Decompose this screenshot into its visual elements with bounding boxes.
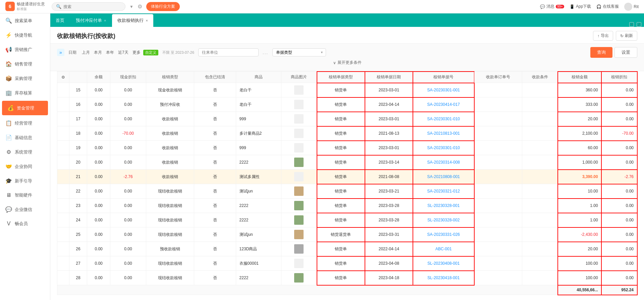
date-btn-more[interactable]: 更多 [131,49,142,56]
td-included-settled: 否 [194,242,236,256]
online-service-btn[interactable]: 🎧 在线客服 [596,4,619,9]
table-row[interactable]: 19 0.00 0.00 收款核销 否 999 销货单 2023-03-01 S… [57,141,637,155]
td-verify-doc-no[interactable]: SA-20210813-001 [413,126,474,141]
td-balance: 0.00 [87,83,110,97]
app-download-btn[interactable]: 📱 App下载 [570,4,591,9]
td-gear [57,112,69,126]
user-menu[interactable]: Rit [624,3,639,11]
col-verify-doc-date: 核销单据日期 [365,72,413,83]
td-goods: 999 [236,112,281,126]
table-row[interactable]: 23 0.00 0.00 现结收款核销 否 2222 销货单 2023-03-2… [57,199,637,213]
date-btn-this-month[interactable]: 本月 [93,49,103,56]
td-verify-amount: 1.00 [558,213,601,227]
sidebar-item-basic[interactable]: 📄 基础信息 [0,130,50,145]
table-row[interactable]: 28 0.00 0.00 现结收款核销 否 2222 销货单 2023-04-1… [57,271,637,285]
td-cash-discount: 0.00 [110,242,146,256]
tab-prepay-close[interactable]: × [104,18,106,23]
td-seq: 19 [69,141,87,155]
td-verify-doc-no[interactable]: SA-20230301-010 [413,141,474,155]
table-row[interactable]: 20 0.00 0.00 收款核销 否 2222 销货单 2023-03-14 … [57,155,637,170]
table-row[interactable]: 21 0.00 -2.76 收款核销 否 测试多属性 销货单 2021-08-0… [57,170,637,184]
table-row[interactable]: 16 0.00 0.00 预付冲应收 否 老白干 销货单 2023-04-14 … [57,97,637,112]
td-receipt-order-no [474,227,522,242]
export-btn[interactable]: ↑ 导出 [593,31,613,41]
sidebar-item-marketing[interactable]: 📢 营销推广 [0,42,50,57]
maximize-btn[interactable]: ⤢ [637,22,641,27]
footer-verify-amount: 40,556,66... [558,285,601,295]
td-verify-discount: 0.00 [601,97,637,112]
td-verify-doc-no[interactable]: SA-20230301-001 [413,83,474,97]
page-content: 收款核销执行(按收款) ↑ 导出 ↻ 刷新 » 日期 [50,27,644,300]
sidebar-item-finance[interactable]: 💰 资金管理 [2,101,48,115]
td-gear [57,97,69,112]
sidebar-item-wechat[interactable]: 💬 企业微信 [0,202,50,217]
expand-more-btn[interactable]: ∨ 展开更多条件 [57,58,637,68]
td-verify-doc-no[interactable]: SL-20230408-001 [413,256,474,271]
col-verify-amount: 核销金额 [558,72,601,83]
td-goods: 测试多属性 [236,170,281,184]
table-row[interactable]: 22 0.00 0.00 现结收款核销 否 测试jun 销货单 2023-03-… [57,184,637,199]
td-verify-doc-no[interactable]: SA-20230314-008 [413,155,474,170]
sidebar-item-hardware[interactable]: 🖥 智能硬件 [0,188,50,202]
table-row[interactable]: 27 0.00 0.00 现结收款核销 否 衣服00001 销货单 2023-0… [57,256,637,271]
td-verify-doc-no[interactable]: SL-20230418-001 [413,271,474,285]
td-verify-doc-no[interactable]: SA-20230331-026 [413,227,474,242]
td-verify-doc-date: 2021-08-13 [365,126,413,141]
filter-expand-btn[interactable]: » [57,49,64,56]
dropdown-arrow[interactable]: ▼ [129,4,133,9]
sidebar-item-purchase[interactable]: 📦 采购管理 [0,71,50,86]
table-container[interactable]: ⚙ 余额 现金折扣 核销类型 包含已结清 商品 商品图片 核销单据类型 核销单据… [50,71,644,300]
table-row[interactable]: 18 0.00 -70.00 收款核销 否 多计量商品2 销货单 2021-08… [57,126,637,141]
sidebar-item-member[interactable]: V 畅会员 [0,217,50,231]
table-row[interactable]: 15 0.00 0.00 现金收款核销 否 老白干 销货单 2023-03-01… [57,83,637,97]
receipt-type-select[interactable]: 单据类型 [272,48,326,56]
table-row[interactable]: 17 0.00 0.00 收款核销 否 999 销货单 2023-03-01 S… [57,112,637,126]
date-custom-badge[interactable]: 自定义 [143,50,158,55]
search-input[interactable] [63,4,114,9]
date-btn-this-year[interactable]: 本年 [105,49,115,56]
search-btn[interactable]: 查询 [590,47,612,58]
td-goods-img [281,242,317,256]
tab-prepay[interactable]: 预付冲应付单 × [70,14,111,27]
tab-receipt-verify-close[interactable]: × [146,18,148,23]
table-row[interactable]: 26 0.00 0.00 预收款核销 否 123D商品 销货单 2022-04-… [57,242,637,256]
settings-icon[interactable]: ⚙ [138,3,142,10]
sidebar-item-system[interactable]: ⚙ 系统管理 [0,145,50,159]
td-verify-doc-no[interactable]: SA-20230301-010 [413,112,474,126]
from-unit-input[interactable] [198,48,259,56]
search-bar[interactable]: 🔍 [52,2,125,11]
td-verify-doc-no[interactable]: SA-20210808-001 [413,170,474,184]
td-verify-doc-date: 2023-03-21 [365,184,413,199]
td-verify-doc-no[interactable]: ABC-001 [413,242,474,256]
table-row[interactable]: 24 0.00 0.00 现结收款核销 否 2222 销货单 2023-03-2… [57,213,637,227]
td-verify-doc-no[interactable]: SL-20230328-001 [413,199,474,213]
sidebar-item-operations[interactable]: 📋 经营管理 [0,116,50,130]
messages-btn[interactable]: 💬 消息 99+ [540,4,564,9]
td-verify-doc-type: 销货单 [317,271,365,285]
table-row[interactable]: 25 0.00 0.00 现结收款核销 否 测试jun 销货退货单 2023-0… [57,227,637,242]
td-goods-img [281,184,317,199]
td-verify-type: 收款核销 [146,141,194,155]
settings-btn[interactable]: 设置 [614,47,637,58]
date-btn-last-month[interactable]: 上月 [80,49,91,56]
date-btn-7days[interactable]: 近7天 [117,49,130,56]
td-seq: 27 [69,256,87,271]
close-btn[interactable]: × [629,22,634,27]
sidebar-item-quicknav[interactable]: ⚡ 快捷导航 [0,28,50,42]
page-title: 收款核销执行(按收款) [57,32,115,40]
sidebar-item-sales[interactable]: 🏠 销售管理 [0,57,50,71]
tab-receipt-verify[interactable]: 收款核销执行 × [112,14,153,27]
td-verify-doc-no[interactable]: SA-20230414-017 [413,97,474,112]
col-gear[interactable]: ⚙ [57,72,69,83]
td-verify-doc-no[interactable]: SA-20230321-012 [413,184,474,199]
td-verify-doc-no[interactable]: SL-20230328-002 [413,213,474,227]
sidebar-item-inventory[interactable]: 🏢 库存核算 [0,86,50,100]
refresh-btn[interactable]: ↻ 刷新 [616,31,637,41]
sidebar-item-guide[interactable]: 🎓 新手引导 [0,174,50,188]
guide-icon: 🎓 [5,178,12,184]
sidebar-item-search[interactable]: 🔍 搜索菜单 [0,13,50,28]
sidebar-item-collab[interactable]: 🤝 企业协同 [0,159,50,174]
trial-btn[interactable]: 体验行业方案 [146,2,180,11]
tab-receipt-verify-label: 收款核销执行 [117,17,144,24]
tab-home[interactable]: 首页 [50,14,70,27]
